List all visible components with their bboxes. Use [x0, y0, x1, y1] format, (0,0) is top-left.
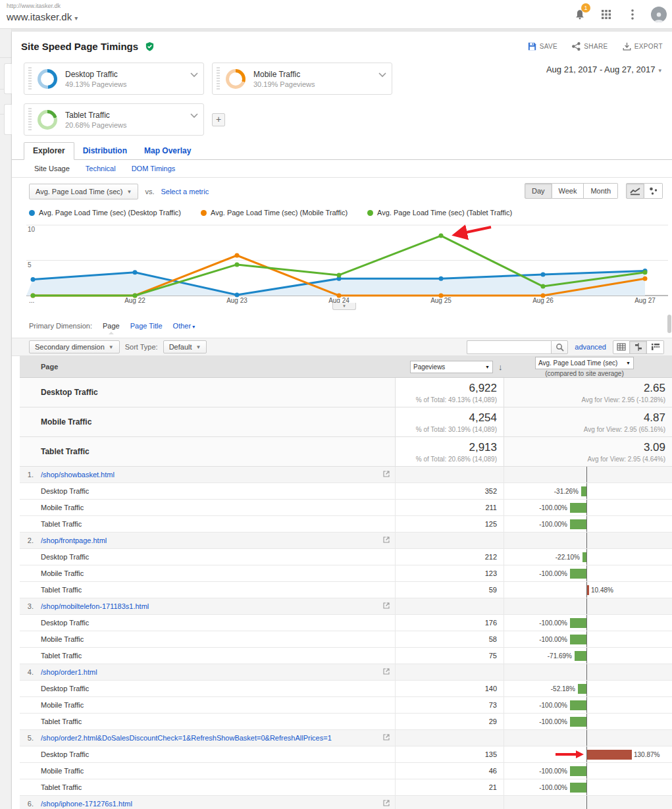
- export-icon: [623, 42, 631, 51]
- external-link-icon[interactable]: [383, 800, 390, 808]
- summary-row-desktop-traffic[interactable]: Desktop Traffic6,922% of Total: 49.13% (…: [20, 378, 672, 407]
- collapse-chart-handle[interactable]: ▾: [332, 303, 356, 310]
- subtab-dom-timings[interactable]: DOM Timings: [124, 165, 184, 172]
- sort-descending-icon[interactable]: ↓: [498, 362, 503, 372]
- sort-type-button[interactable]: Default ▼: [163, 340, 207, 353]
- page-url-link[interactable]: /shop/order1.html: [41, 668, 97, 676]
- deviation-axis: [586, 763, 587, 779]
- data-point: [643, 276, 648, 281]
- report-card: Site Speed Page Timings SAVE SHARE EXPOR…: [12, 32, 672, 809]
- search-button[interactable]: [551, 340, 568, 354]
- tab-distribution[interactable]: Distribution: [74, 143, 136, 159]
- chevron-down-icon[interactable]: [190, 109, 198, 121]
- date-range-selector[interactable]: Aug 21, 2017 - Aug 27, 2017▾: [546, 65, 661, 74]
- segment-row-label: Tablet Traffic: [37, 783, 395, 791]
- legend-label: Avg. Page Load Time (sec) (Tablet Traffi…: [377, 209, 512, 217]
- deviation-value: -100.00%: [504, 631, 567, 647]
- detail-row-tablet-traffic: Tablet Traffic29-100.00%: [20, 714, 672, 730]
- notifications-button[interactable]: 1: [572, 7, 588, 22]
- drag-handle-icon: [215, 67, 220, 90]
- deviation-cell: -100.00%: [504, 500, 672, 515]
- search-input[interactable]: [467, 340, 551, 354]
- page-url-link[interactable]: /shop/order2.html&DoSalesDiscountCheck=1…: [41, 734, 332, 742]
- tab-map-overlay[interactable]: Map Overlay: [136, 143, 199, 159]
- external-link-icon[interactable]: [383, 602, 390, 610]
- advanced-search-link[interactable]: advanced: [575, 343, 606, 351]
- y-tick-label: 10: [28, 226, 36, 233]
- property-selector[interactable]: www.itasker.dk▾: [7, 11, 78, 22]
- legend-dot-icon: [367, 210, 373, 216]
- export-button[interactable]: EXPORT: [623, 42, 663, 51]
- segment-share: 20.68% Pageviews: [65, 121, 127, 129]
- pageviews-note: % of Total: 49.13% (14,089): [416, 396, 497, 404]
- y-tick-label: 5: [28, 261, 32, 269]
- url-row: 4./shop/order1.html: [20, 664, 672, 681]
- segment-card-tablet-traffic[interactable]: Tablet Traffic20.68% Pageviews: [24, 103, 204, 136]
- select-metric-link[interactable]: Select a metric: [161, 188, 209, 196]
- url-cell: /shop/order2.html&DoSalesDiscountCheck=1…: [37, 734, 395, 742]
- add-segment-button[interactable]: +: [212, 113, 225, 126]
- scrollbar-thumb[interactable]: [667, 315, 671, 333]
- subtab-technical[interactable]: Technical: [78, 165, 124, 172]
- metric-selector[interactable]: Avg. Page Load Time (sec) ▼: [29, 184, 138, 199]
- motion-chart-view-button[interactable]: [644, 183, 663, 199]
- summary-pageviews-cell: 4,254% of Total: 30.19% (14,089): [395, 407, 504, 436]
- external-link-icon[interactable]: [383, 734, 390, 742]
- external-link-icon[interactable]: [383, 471, 390, 479]
- page-url-link[interactable]: /shop/showbasket.html: [41, 471, 115, 479]
- avatar[interactable]: [651, 7, 667, 22]
- share-button[interactable]: SHARE: [572, 42, 607, 51]
- data-point: [235, 262, 240, 267]
- save-button[interactable]: SAVE: [528, 42, 558, 51]
- deviation-cell: -22.10%: [504, 549, 672, 565]
- subtab-site-usage[interactable]: Site Usage: [26, 165, 78, 172]
- pageviews-cell: 211: [395, 500, 504, 515]
- tab-explorer[interactable]: Explorer: [24, 142, 74, 160]
- comparison-view-button[interactable]: [630, 340, 647, 354]
- external-link-icon[interactable]: [383, 668, 390, 676]
- chevron-down-icon[interactable]: [190, 68, 198, 80]
- pageviews-value: 6,922: [469, 382, 497, 395]
- more-options-button[interactable]: [625, 7, 640, 22]
- summary-row-mobile-traffic[interactable]: Mobile Traffic4,254% of Total: 30.19% (1…: [20, 407, 672, 437]
- pageviews-column-selector[interactable]: Pageviews ▼: [410, 361, 493, 373]
- segment-card-desktop-traffic[interactable]: Desktop Traffic49.13% Pageviews: [24, 63, 204, 95]
- metric-value: 2.65: [644, 382, 665, 395]
- url-row: 6./shop/iphone-171276s1.html: [20, 796, 672, 809]
- deviation-bar: [581, 486, 586, 496]
- page-url-link[interactable]: /shop/iphone-171276s1.html: [41, 800, 132, 808]
- line-chart-view-button[interactable]: [626, 183, 644, 199]
- deviation-cell: -100.00%: [504, 714, 672, 729]
- external-link-icon[interactable]: [383, 536, 390, 544]
- legend-label: Avg. Page Load Time (sec) (Mobile Traffi…: [211, 209, 348, 217]
- chart-canvas: 510...Aug 22Aug 23Aug 24Aug 25Aug 26Aug …: [26, 222, 668, 306]
- granularity-week[interactable]: Week: [552, 183, 584, 199]
- primary-dimension-other[interactable]: Other ▾: [168, 322, 201, 330]
- data-point: [439, 234, 444, 238]
- granularity-day[interactable]: Day: [525, 183, 552, 199]
- apps-menu-button[interactable]: [598, 7, 614, 22]
- deviation-axis: [586, 467, 587, 483]
- segment-card-mobile-traffic[interactable]: Mobile Traffic30.19% Pageviews: [212, 63, 392, 95]
- deviation-cell: [504, 730, 672, 746]
- chevron-down-icon[interactable]: [378, 68, 386, 80]
- primary-dimension-page[interactable]: Page: [97, 322, 125, 330]
- page-url-link[interactable]: /shop/frontpage.html: [41, 536, 107, 544]
- granularity-month[interactable]: Month: [584, 183, 618, 199]
- metric-column-selector[interactable]: Avg. Page Load Time (sec) ▼: [535, 357, 634, 369]
- page-url-link[interactable]: /shop/mobiltelefon-171183s1.html: [41, 602, 149, 610]
- deviation-value: -100.00%: [504, 615, 567, 631]
- data-table-view-button[interactable]: [613, 340, 630, 354]
- segment-row-label: Mobile Traffic: [37, 701, 395, 709]
- dropdown-caret-icon: ▼: [485, 365, 490, 369]
- primary-dimension-page-title[interactable]: Page Title: [125, 322, 168, 330]
- deviation-cell: [504, 467, 672, 483]
- collapsed-segment-card: [4, 104, 12, 135]
- secondary-dimension-button[interactable]: Secondary dimension ▼: [29, 340, 120, 353]
- deviation-value: -100.00%: [504, 779, 567, 795]
- segment-share: 30.19% Pageviews: [253, 80, 315, 88]
- deviation-value: -31.26%: [504, 483, 579, 499]
- pivot-view-button[interactable]: [647, 340, 664, 354]
- data-point: [235, 253, 240, 258]
- summary-row-tablet-traffic[interactable]: Tablet Traffic2,913% of Total: 20.68% (1…: [20, 437, 672, 467]
